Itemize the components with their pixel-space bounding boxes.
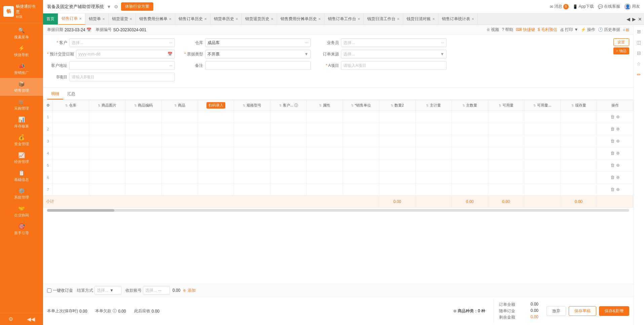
sidebar-collapse-icon[interactable]: ◀◀ [27, 316, 35, 322]
row-1-available2[interactable] [524, 111, 561, 123]
topbar-app-download[interactable]: 📱 App下载 [573, 4, 594, 9]
col-spec[interactable]: ⇅ 规格型号 [234, 100, 270, 111]
sidebar-item-search[interactable]: 🔍 搜索菜单 [0, 25, 43, 42]
operation-action[interactable]: ⚡ 操作 [581, 27, 595, 33]
warehouse-input[interactable]: 成品库 ··· [205, 38, 311, 47]
tab-goods-history[interactable]: 销货单历史 ✕ [211, 13, 242, 25]
topbar-settings-icon[interactable]: ▼ [107, 4, 111, 9]
tab-sales-order-close[interactable]: ✕ [79, 17, 82, 21]
row-1-goods[interactable] [161, 111, 198, 123]
history-action[interactable]: 🕐 历史单据 [598, 27, 620, 33]
profit-action[interactable]: $ 毛利预估 [538, 27, 557, 33]
view-action[interactable]: ⊙ 视频 [487, 27, 499, 33]
tab-sales-stats-close[interactable]: ✕ [471, 17, 474, 21]
tab-sales-return[interactable]: 销货退货 ✕ [109, 13, 136, 25]
tab-expense-history-close[interactable]: ✕ [318, 17, 321, 21]
sidebar-item-guide[interactable]: 🎯 新手引导 [0, 220, 43, 238]
tab-sales-order-history[interactable]: 销售订单历史 ✕ [175, 13, 211, 25]
tab-daily-reconcile-close[interactable]: ✕ [432, 17, 435, 21]
add-goods-button[interactable]: + 物品 [613, 47, 629, 54]
payment-method-select[interactable]: 选择... ▼ [94, 286, 121, 295]
current-due-info-icon[interactable]: ⓘ [113, 308, 117, 314]
col-goods[interactable]: ⇅ 商品 [161, 100, 198, 111]
receipt-account-dots[interactable]: ··· [158, 288, 161, 293]
col-attribute[interactable]: ⇅ 属性 [307, 100, 343, 111]
save-draft-button[interactable]: 保存草稿 [569, 306, 596, 316]
topbar-gear-icon[interactable]: ⚙ [114, 4, 118, 9]
layout-list-icon[interactable]: ≡ [623, 28, 625, 32]
row-4-copy-icon[interactable]: ⊕ [616, 151, 620, 156]
right-panel-icon-4[interactable]: ☆ [635, 60, 642, 68]
col-customer-code[interactable]: ⇅ 客户... ⓘ [270, 100, 307, 111]
calendar-icon[interactable]: 📅 [86, 28, 91, 32]
sidebar-item-marketing[interactable]: 📣 营销推广 [0, 60, 43, 78]
col-available2[interactable]: ⇅ 可用量... [524, 100, 561, 111]
row-3-delete-icon[interactable]: 🗑 [610, 138, 615, 144]
help-action[interactable]: ? 帮助 [502, 27, 513, 33]
row-2-code[interactable] [125, 123, 161, 135]
tab-expense-history[interactable]: 销售费用分摊单历史 ✕ [277, 13, 325, 25]
row-1-current[interactable] [561, 111, 597, 123]
row-1-code[interactable] [125, 111, 161, 123]
row-2-image[interactable] [89, 123, 125, 135]
settings-button[interactable]: 设置 [613, 38, 629, 46]
scrollbar-thumb[interactable] [47, 209, 114, 212]
row-4-delete-icon[interactable]: 🗑 [610, 151, 615, 156]
b-project-input[interactable]: 请输入B项目 [69, 73, 175, 81]
tab-sales-goods[interactable]: 销货单 ✕ [85, 13, 109, 25]
right-panel-icon-1[interactable]: ⊞ [636, 28, 642, 36]
col-available[interactable]: ⇅ 可用量 [488, 100, 524, 111]
tabbar-next-icon[interactable]: ▶ [632, 16, 637, 23]
col-main-qty[interactable]: ⇅ 主数量 [452, 100, 488, 111]
row-1-unit[interactable] [343, 111, 379, 123]
row-6-delete-icon[interactable]: 🗑 [610, 175, 615, 180]
tabbar-close-icon[interactable]: ✕ [637, 16, 643, 23]
row-1-spec[interactable] [234, 111, 270, 123]
tab-sales-order[interactable]: 销售订单 ✕ [58, 13, 85, 25]
solution-button[interactable]: 体验行业方案 [121, 2, 153, 11]
tab-return-history-close[interactable]: ✕ [271, 17, 273, 21]
topbar-user[interactable]: 👤 用友 [624, 3, 640, 10]
row-2-goods[interactable] [161, 123, 198, 135]
tab-return-history[interactable]: 销货退货历史 ✕ [242, 13, 277, 25]
right-panel-icon-3[interactable]: ⊟ [636, 49, 642, 57]
tab-summary[interactable]: 汇总 [63, 89, 79, 99]
sidebar-item-basic[interactable]: 📋 基础信息 [0, 167, 43, 185]
tab-home[interactable]: 首页 [43, 13, 58, 25]
row-2-copy-icon[interactable]: ⊕ [616, 126, 620, 131]
row-1-delete-icon[interactable]: 🗑 [610, 114, 615, 119]
tab-sales-expense-close[interactable]: ✕ [169, 17, 172, 21]
warehouse-dots-icon[interactable]: ··· [305, 40, 308, 45]
add-receipt-button[interactable]: ⊕ 添加 [183, 288, 195, 293]
col-unit[interactable]: ⇅ *销售单位 [343, 100, 379, 111]
col-settings[interactable]: ⚙ [43, 100, 53, 111]
row-1-attribute[interactable] [307, 111, 343, 123]
tab-sales-goods-close[interactable]: ✕ [102, 17, 105, 21]
sidebar-item-management[interactable]: 📈 经营管理 [0, 149, 43, 167]
row-1-main-qty[interactable] [452, 111, 488, 123]
remark-input[interactable] [205, 61, 311, 70]
row-7-delete-icon[interactable]: 🗑 [610, 187, 615, 192]
col-scan[interactable]: 扫码录入 [198, 100, 234, 111]
salesperson-input[interactable]: 选择... ··· [341, 38, 447, 47]
sidebar-item-sales[interactable]: 📦 销售管理 [0, 78, 43, 96]
tab-detail[interactable]: 明细 [47, 89, 63, 99]
tab-sales-stats[interactable]: 销售订单统计表 ✕ [439, 13, 478, 25]
tab-sales-order-history-close[interactable]: ✕ [204, 17, 207, 21]
customer-dots-icon[interactable]: ··· [169, 40, 173, 45]
invoice-type-select[interactable]: 不开票 ▼ [205, 50, 311, 58]
row-6-copy-icon[interactable]: ⊕ [616, 175, 620, 180]
row-5-delete-icon[interactable]: 🗑 [610, 163, 615, 168]
tabbar-prev-icon[interactable]: ◀ [626, 16, 631, 23]
scan-button[interactable]: 扫码录入 [206, 102, 225, 109]
print-action[interactable]: 🖨 打印 ▼ [560, 27, 578, 33]
one-click-checkbox-input[interactable] [47, 288, 51, 293]
col-main-unit[interactable]: ⇅ 主计量 [415, 100, 452, 111]
delivery-calendar-icon[interactable]: 📅 [167, 52, 173, 56]
delivery-date-input[interactable]: yyyy-mm-dd 📅 [76, 50, 175, 58]
tab-daily-reconcile[interactable]: 钱货日清对账 ✕ [403, 13, 439, 25]
discard-button[interactable]: 放弃 [546, 306, 566, 316]
scrollbar-track[interactable] [47, 209, 629, 212]
address-dots-icon[interactable]: ··· [169, 63, 173, 68]
shortcut-action[interactable]: ⌨ 快捷键 [516, 27, 535, 33]
